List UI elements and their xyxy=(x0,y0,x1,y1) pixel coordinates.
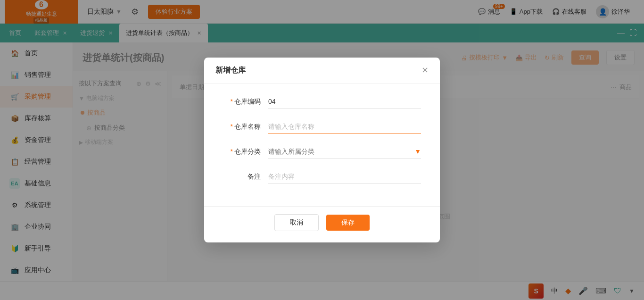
category-select-row[interactable]: ▼ xyxy=(268,145,421,158)
dialog-header: 新增仓库 ✕ xyxy=(204,58,440,83)
name-label: 仓库名称 xyxy=(223,123,261,131)
name-input[interactable] xyxy=(268,120,421,133)
remark-label: 备注 xyxy=(223,173,261,181)
dialog-title: 新增仓库 xyxy=(215,66,246,75)
form-row-category: 仓库分类 ▼ xyxy=(223,145,421,158)
category-label: 仓库分类 xyxy=(223,148,261,156)
code-input[interactable] xyxy=(268,95,421,108)
dialog-footer: 取消 保存 xyxy=(204,206,440,242)
modal-overlay[interactable]: 新增仓库 ✕ 仓库编码 仓库名称 仓库分类 ▼ xyxy=(0,0,644,300)
form-row-name: 仓库名称 xyxy=(223,120,421,133)
form-row-code: 仓库编码 xyxy=(223,95,421,108)
save-button[interactable]: 保存 xyxy=(326,215,370,231)
cancel-button[interactable]: 取消 xyxy=(274,214,319,231)
add-warehouse-dialog: 新增仓库 ✕ 仓库编码 仓库名称 仓库分类 ▼ xyxy=(204,58,440,242)
code-label: 仓库编码 xyxy=(223,98,261,106)
dialog-body: 仓库编码 仓库名称 仓库分类 ▼ 备注 xyxy=(204,83,440,206)
category-input[interactable] xyxy=(268,148,414,155)
category-arrow-icon: ▼ xyxy=(414,148,421,155)
dialog-close-button[interactable]: ✕ xyxy=(421,65,429,75)
form-row-remark: 备注 xyxy=(223,170,421,183)
remark-input[interactable] xyxy=(268,170,421,183)
